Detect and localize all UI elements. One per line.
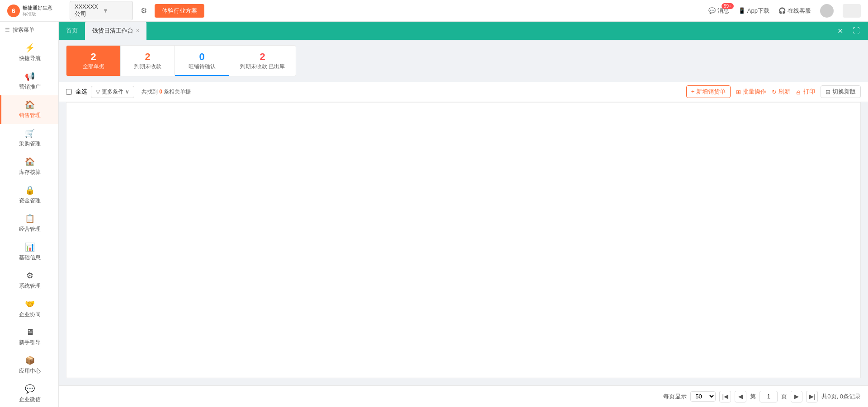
operations-label: 经营管理: [19, 225, 41, 233]
basic-info-icon: 📊: [25, 242, 35, 252]
sidebar-item-marketing[interactable]: 📢 营销推广: [0, 67, 58, 95]
next-page-btn[interactable]: ▶: [791, 391, 802, 402]
message-badge: 99+: [722, 3, 734, 9]
tab-close-btn[interactable]: ✕: [834, 24, 846, 37]
page-number-input[interactable]: 1: [760, 391, 778, 402]
sidebar-item-wechat[interactable]: 💬 企业微信: [0, 379, 58, 407]
per-page-select[interactable]: 50 20 100: [690, 391, 716, 402]
sidebar-item-sales[interactable]: 🏠 销售管理: [0, 95, 58, 124]
sidebar-item-system[interactable]: ⚙ 系统管理: [0, 266, 58, 295]
sidebar-item-basic-info[interactable]: 📊 基础信息: [0, 238, 58, 266]
more-filter-btn[interactable]: ▽ 更多条件 ∨: [91, 86, 134, 98]
quick-nav-label: 快捷导航: [19, 55, 41, 62]
stat-overdue-unshipped-num: 2: [240, 51, 285, 63]
batch-label: 批量操作: [743, 88, 766, 96]
search-icon: ☰: [5, 27, 10, 33]
pagination-bar: 每页显示 50 20 100 |◀ ◀ 第 1 页 ▶ ▶| 共0页, 0条记录: [59, 385, 868, 407]
cooperation-label: 企业协同: [19, 311, 41, 318]
select-all-label: 全选: [75, 88, 87, 96]
sales-icon: 🏠: [25, 100, 35, 110]
settings-button[interactable]: ⚙: [137, 4, 151, 18]
more-filter-label: 更多条件: [102, 88, 123, 96]
cooperation-icon: 🤝: [25, 299, 35, 309]
sidebar-item-purchase[interactable]: 🛒 采购管理: [0, 124, 58, 152]
sidebar-item-guide[interactable]: 🖥 新手引导: [0, 323, 58, 351]
empty-table-area: [66, 102, 861, 378]
first-page-btn[interactable]: |◀: [719, 391, 731, 402]
tab-workbench[interactable]: 钱货日清工作台 ×: [85, 22, 146, 40]
app-download-btn[interactable]: 📱 App下载: [738, 7, 769, 15]
print-icon: 🖨: [796, 89, 802, 95]
download-icon: 📱: [738, 7, 745, 14]
app-center-label: 应用中心: [19, 367, 41, 375]
basic-info-label: 基础信息: [19, 254, 41, 262]
wechat-icon: 💬: [25, 384, 35, 394]
stat-pending-confirm-label: 旺铺待确认: [189, 63, 216, 70]
tab-bar-actions: ✕ ⛶: [834, 24, 868, 37]
sidebar-item-finance[interactable]: 🔒 资金管理: [0, 181, 58, 209]
sidebar-item-operations[interactable]: 📋 经营管理: [0, 209, 58, 238]
tab-workbench-close[interactable]: ×: [136, 28, 139, 34]
header-right: 💬 消息 99+ 📱 App下载 🎧 在线客服: [708, 4, 861, 18]
toolbar-right: + 新增销货单 ⊞ 批量操作 ↻ 刷新 🖨 打印 ⊟: [686, 85, 861, 98]
company-name: XXXXXX公司: [75, 3, 100, 18]
system-icon: ⚙: [26, 271, 33, 281]
company-selector[interactable]: XXXXXX公司 ▼: [70, 1, 133, 20]
logo-icon: 6: [7, 5, 20, 17]
add-sales-order-btn[interactable]: + 新增销货单: [686, 85, 731, 98]
sidebar-item-search[interactable]: ☰ 搜索菜单: [0, 22, 58, 38]
quick-nav-icon: ⚡: [25, 43, 35, 53]
logo-area: 6 畅捷通好生意 标准版: [7, 5, 66, 17]
guide-label: 新手引导: [19, 339, 41, 346]
switch-version-btn[interactable]: ⊟ 切换新版: [821, 85, 861, 98]
stat-pending-confirm-num: 0: [186, 51, 218, 63]
message-icon: 💬: [708, 7, 716, 14]
sidebar-item-inventory[interactable]: 🏠 库存核算: [0, 152, 58, 181]
switch-icon: ⊟: [826, 89, 830, 95]
tab-maximize-btn[interactable]: ⛶: [850, 24, 863, 37]
stat-overdue-unshipped[interactable]: 2 到期未收款 已出库: [229, 46, 296, 76]
sidebar: ☰ 搜索菜单 ⚡ 快捷导航 📢 营销推广 🏠 销售管理 🛒 采购管理 🏠 库存核…: [0, 22, 59, 407]
prev-page-btn[interactable]: ◀: [735, 391, 746, 402]
select-all-checkbox[interactable]: [66, 89, 72, 95]
filter-icon: ▽: [96, 89, 100, 95]
batch-operation-btn[interactable]: ⊞ 批量操作: [736, 88, 766, 96]
service-icon: 🎧: [778, 7, 786, 14]
online-service-btn[interactable]: 🎧 在线客服: [778, 7, 811, 15]
finance-label: 资金管理: [19, 197, 41, 205]
marketing-label: 营销推广: [19, 83, 41, 91]
refresh-btn[interactable]: ↻ 刷新: [772, 88, 790, 96]
logo-text: 畅捷通好生意 标准版: [23, 5, 52, 17]
refresh-label: 刷新: [778, 88, 790, 96]
sidebar-item-quick-nav[interactable]: ⚡ 快捷导航: [0, 38, 58, 67]
operations-icon: 📋: [25, 214, 35, 224]
page-content: 2 全部单据 2 到期未收款 0 旺铺待确认 2 到期未收款 已出库: [59, 40, 868, 407]
purchase-icon: 🛒: [25, 128, 35, 138]
online-service-label: 在线客服: [788, 7, 811, 15]
stat-pending-confirm[interactable]: 0 旺铺待确认: [175, 46, 229, 76]
user-menu[interactable]: [843, 4, 861, 18]
message-btn[interactable]: 💬 消息 99+: [708, 7, 729, 15]
print-btn[interactable]: 🖨 打印: [796, 88, 815, 96]
top-header: 6 畅捷通好生意 标准版 XXXXXX公司 ▼ ⚙ 体验行业方案 💬 消息 99…: [0, 0, 868, 22]
page-label-end: 页: [781, 393, 787, 401]
avatar[interactable]: [820, 4, 834, 18]
stat-overdue-unshipped-label: 到期未收款 已出库: [240, 63, 285, 70]
last-page-btn[interactable]: ▶|: [806, 391, 818, 402]
tab-home[interactable]: 首页: [59, 22, 85, 40]
found-suffix: 条相关单据: [164, 89, 191, 95]
trial-btn[interactable]: 体验行业方案: [155, 4, 204, 18]
sidebar-item-cooperation[interactable]: 🤝 企业协同: [0, 295, 58, 323]
found-text: 共找到 0 条相关单据: [142, 88, 191, 96]
stat-overdue-unpaid-label: 到期未收款: [134, 63, 161, 70]
stat-overdue-unpaid[interactable]: 2 到期未收款: [121, 46, 175, 76]
company-dropdown-arrow: ▼: [103, 7, 128, 14]
found-prefix: 共找到: [142, 89, 158, 95]
inventory-label: 库存核算: [19, 168, 41, 176]
stat-all[interactable]: 2 全部单据: [66, 46, 121, 76]
system-label: 系统管理: [19, 282, 41, 290]
sales-label: 销售管理: [19, 112, 41, 119]
stats-row: 2 全部单据 2 到期未收款 0 旺铺待确认 2 到期未收款 已出库: [59, 40, 868, 82]
sidebar-item-app-center[interactable]: 📦 应用中心: [0, 351, 58, 379]
batch-icon: ⊞: [736, 89, 741, 95]
